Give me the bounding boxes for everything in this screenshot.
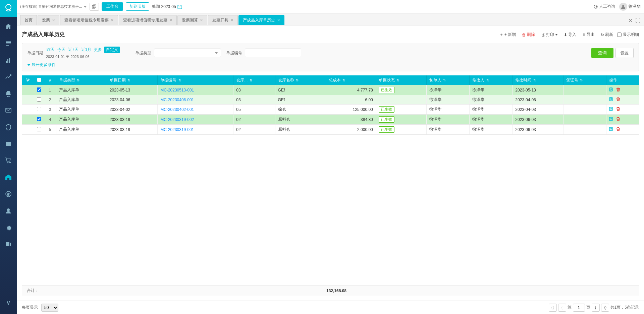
export-button[interactable]: ⬆ 导出 bbox=[580, 30, 597, 39]
sidebar-item-video[interactable] bbox=[0, 236, 17, 253]
edit-icon[interactable] bbox=[609, 107, 614, 112]
tab-invoice[interactable]: 发票 ✕ bbox=[38, 15, 59, 25]
delete-row-icon[interactable] bbox=[616, 107, 621, 112]
sidebar-item-store[interactable] bbox=[0, 135, 17, 152]
tab-close-invoice-calc[interactable]: ✕ bbox=[200, 18, 203, 22]
row-checkbox[interactable] bbox=[37, 127, 41, 131]
sidebar-item-analysis[interactable] bbox=[0, 68, 17, 85]
tab-expand-button[interactable]: ⛶ bbox=[635, 18, 641, 24]
next-page-button[interactable]: ⟩ bbox=[592, 304, 600, 312]
page-number-input[interactable] bbox=[573, 304, 585, 312]
row-checkbox-cell[interactable] bbox=[34, 85, 44, 95]
sidebar-item-warehouse[interactable] bbox=[0, 169, 17, 186]
shortcut-yesterday[interactable]: 昨天 bbox=[46, 47, 55, 53]
delete-row-icon[interactable] bbox=[616, 127, 621, 132]
tab-home[interactable]: 首页 bbox=[20, 15, 37, 25]
workbench-button[interactable]: 工作台 bbox=[102, 2, 123, 11]
shortcut-1month[interactable]: 近1月 bbox=[80, 47, 92, 53]
copy-button[interactable] bbox=[90, 3, 99, 11]
first-page-button[interactable]: ⟨⟨ bbox=[549, 304, 557, 312]
row-checkbox[interactable] bbox=[37, 107, 41, 111]
row-number-link[interactable]: MC-20230319-001 bbox=[160, 127, 194, 132]
tab-invoice-calc[interactable]: 发票测算 ✕ bbox=[177, 15, 207, 25]
page-size-select[interactable]: 20 50 100 bbox=[41, 304, 58, 312]
sidebar-item-alert[interactable] bbox=[0, 85, 17, 102]
edit-icon[interactable] bbox=[609, 117, 614, 122]
import-button[interactable]: ⬇ 导入 bbox=[562, 30, 578, 39]
row-number[interactable]: MC-20230513-001 bbox=[158, 85, 233, 95]
add-button[interactable]: ＋ + 新增 bbox=[497, 30, 518, 39]
row-number[interactable]: MC-20230402-001 bbox=[158, 105, 233, 115]
th-date[interactable]: 单据日期 ⇅ bbox=[107, 75, 157, 85]
help-button[interactable]: 人工咨询 bbox=[593, 4, 615, 9]
calendar-icon[interactable] bbox=[177, 4, 182, 9]
number-filter-input[interactable] bbox=[245, 49, 301, 57]
shortcut-more[interactable]: 更多 bbox=[93, 47, 103, 53]
sidebar-logo[interactable] bbox=[0, 0, 17, 17]
delete-button[interactable]: 🗑 删除 bbox=[520, 30, 537, 39]
delete-row-icon[interactable] bbox=[616, 97, 621, 103]
delete-row-icon[interactable] bbox=[616, 87, 621, 93]
tab-close-invoice-open[interactable]: ✕ bbox=[230, 18, 233, 22]
company-selector[interactable]: (库存核算) 直播轻淘通信息技术股份... bbox=[20, 4, 87, 9]
row-checkbox-cell[interactable] bbox=[34, 125, 44, 135]
delete-row-icon[interactable] bbox=[616, 117, 621, 122]
sidebar-item-more[interactable]: V bbox=[0, 295, 17, 311]
print-button[interactable]: 🖨 打印 bbox=[539, 30, 560, 39]
th-checkbox[interactable] bbox=[34, 75, 44, 85]
th-status[interactable]: 单据状态 ⇅ bbox=[376, 75, 426, 85]
user-info[interactable]: 徐泽华 bbox=[619, 3, 641, 11]
query-button[interactable]: 查询 bbox=[591, 48, 613, 58]
prev-page-button[interactable]: ⟨ bbox=[558, 304, 566, 312]
sidebar-item-chart[interactable] bbox=[0, 52, 17, 68]
shortcut-custom[interactable]: 自定义 bbox=[104, 47, 120, 53]
tab-close-invoice[interactable]: ✕ bbox=[52, 18, 55, 22]
th-settings[interactable] bbox=[22, 75, 34, 85]
row-number-link[interactable]: MC-20230319-002 bbox=[160, 117, 194, 122]
edit-icon[interactable] bbox=[609, 97, 614, 103]
row-checkbox-cell[interactable] bbox=[34, 105, 44, 115]
row-checkbox[interactable] bbox=[37, 117, 41, 121]
edit-icon[interactable] bbox=[609, 87, 614, 93]
tab-close-product-instock[interactable]: ✕ bbox=[277, 18, 280, 22]
last-page-button[interactable]: ⟩⟩ bbox=[601, 304, 609, 312]
th-modifier[interactable]: 修改人 ⇅ bbox=[470, 75, 513, 85]
row-number-link[interactable]: MC-20230402-001 bbox=[160, 107, 194, 112]
th-warehouse-name[interactable]: 仓库名称 ⇅ bbox=[275, 75, 326, 85]
row-number[interactable]: MC-20230406-001 bbox=[158, 95, 233, 105]
th-type[interactable]: 单据类型 ⇅ bbox=[56, 75, 107, 85]
row-checkbox[interactable] bbox=[37, 87, 41, 92]
th-creator[interactable]: 制单人 ⇅ bbox=[427, 75, 470, 85]
tab-sales-vat[interactable]: 查看销项增值税专用发票 ✕ bbox=[60, 15, 118, 25]
type-filter-select[interactable] bbox=[154, 49, 221, 57]
row-number[interactable]: MC-20230319-002 bbox=[158, 115, 233, 125]
th-number[interactable]: 单据编号 ⇅ bbox=[158, 75, 233, 85]
row-checkbox-cell[interactable] bbox=[34, 115, 44, 125]
th-warehouse-code[interactable]: 仓库... ⇅ bbox=[233, 75, 275, 85]
tab-product-instock[interactable]: 产成品入库单历史 ✕ bbox=[238, 15, 284, 25]
tab-close-purchase-vat[interactable]: ✕ bbox=[169, 18, 172, 22]
th-total-cost[interactable]: 总成本 ⇅ bbox=[326, 75, 376, 85]
sidebar-item-home[interactable] bbox=[0, 18, 17, 35]
row-checkbox-cell[interactable] bbox=[34, 95, 44, 105]
row-checkbox[interactable] bbox=[37, 97, 41, 102]
row-number-link[interactable]: MC-20230513-001 bbox=[160, 88, 194, 92]
sidebar-item-product[interactable] bbox=[0, 119, 17, 135]
edit-icon[interactable] bbox=[609, 127, 614, 132]
th-modify-time[interactable]: 修改时间 ⇅ bbox=[513, 75, 563, 85]
sidebar-item-message[interactable] bbox=[0, 102, 17, 119]
filter-settings-button[interactable]: 设置 bbox=[615, 48, 634, 58]
th-voucher[interactable]: 凭证号 ⇅ bbox=[563, 75, 606, 85]
tab-close-sales-vat[interactable]: ✕ bbox=[111, 18, 114, 22]
refresh-button[interactable]: ↻ 刷新 bbox=[599, 30, 615, 39]
shortcut-today[interactable]: 今天 bbox=[57, 47, 66, 53]
display-toggle-checkbox[interactable] bbox=[617, 33, 622, 37]
sidebar-item-finance[interactable] bbox=[0, 186, 17, 202]
row-number-link[interactable]: MC-20230406-001 bbox=[160, 98, 194, 102]
shortcut-7days[interactable]: 近7天 bbox=[67, 47, 79, 53]
sidebar-item-settings[interactable] bbox=[0, 219, 17, 236]
expand-filter-button[interactable]: 展开更多条件 bbox=[27, 62, 56, 68]
tab-close-all-button[interactable]: ✕ bbox=[628, 17, 633, 24]
tab-purchase-vat[interactable]: 查看进项增值税专用发票 ✕ bbox=[119, 15, 177, 25]
select-all-checkbox[interactable] bbox=[37, 78, 41, 82]
